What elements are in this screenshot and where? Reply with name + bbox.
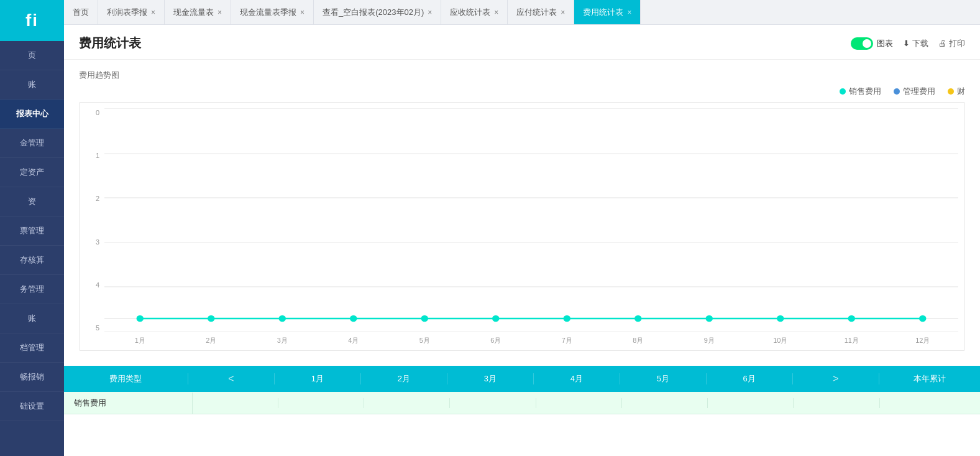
page-content: 费用统计表 图表 ⬇ 下载 🖨 打印 费用趋势图 bbox=[64, 25, 980, 456]
th-m6-label: 6月 bbox=[743, 373, 756, 384]
th-ytd-label: 本年累计 bbox=[914, 373, 946, 384]
close-ap-tab[interactable]: × bbox=[561, 8, 565, 17]
tab-expense[interactable]: 费用统计表 × bbox=[574, 0, 641, 24]
svg-point-9 bbox=[421, 315, 428, 322]
sidebar-item-capital[interactable]: 资 bbox=[0, 187, 64, 216]
legend-dot-finance bbox=[948, 88, 954, 95]
close-cashflow-tab[interactable]: × bbox=[218, 8, 222, 17]
th-m5: 5月 bbox=[620, 373, 707, 384]
close-expense-tab[interactable]: × bbox=[627, 8, 631, 17]
y-label-2: 2 bbox=[96, 195, 99, 202]
sidebar-item-invoice[interactable]: 票管理 bbox=[0, 216, 64, 246]
tab-profit[interactable]: 利润表季报 × bbox=[98, 0, 165, 24]
th-m2: 2月 bbox=[361, 373, 447, 384]
th-ytd: 本年累计 bbox=[879, 373, 980, 384]
td-m2 bbox=[364, 398, 450, 408]
page-header: 费用统计表 图表 ⬇ 下载 🖨 打印 bbox=[64, 25, 980, 60]
th-m4: 4月 bbox=[534, 373, 620, 384]
x-label-5: 5月 bbox=[389, 336, 460, 345]
close-cashflow-q-tab[interactable]: × bbox=[300, 8, 305, 17]
download-icon: ⬇ bbox=[903, 39, 910, 48]
x-label-4: 4月 bbox=[318, 336, 390, 345]
sidebar-item-finance[interactable]: 金管理 bbox=[0, 129, 64, 158]
close-ar-tab[interactable]: × bbox=[494, 8, 498, 17]
sidebar-item-settings[interactable]: 础设置 bbox=[0, 392, 64, 421]
th-type-label: 费用类型 bbox=[109, 373, 142, 384]
svg-point-6 bbox=[208, 315, 214, 322]
th-m1-label: 1月 bbox=[311, 373, 324, 384]
close-profit-tab[interactable]: × bbox=[151, 8, 155, 17]
svg-point-8 bbox=[350, 315, 357, 322]
y-axis: 5 4 3 2 1 0 bbox=[80, 109, 104, 332]
th-m6: 6月 bbox=[707, 373, 793, 384]
page-title: 费用统计表 bbox=[79, 35, 141, 52]
download-button[interactable]: ⬇ 下载 bbox=[903, 38, 928, 49]
svg-point-5 bbox=[137, 315, 144, 322]
table-header: 费用类型 < 1月 2月 3月 4月 5月 bbox=[64, 366, 980, 392]
tab-ar[interactable]: 应收统计表 × bbox=[441, 0, 508, 24]
chart-area: 1月 2月 3月 4月 5月 6月 7月 8月 9月 10月 11月 12月 bbox=[104, 109, 958, 332]
svg-point-12 bbox=[634, 315, 641, 322]
chart-wrapper: 5 4 3 2 1 0 bbox=[79, 102, 965, 351]
x-label-9: 9月 bbox=[674, 336, 745, 345]
prev-arrow[interactable]: < bbox=[228, 373, 234, 384]
th-m5-label: 5月 bbox=[657, 373, 669, 384]
svg-point-14 bbox=[777, 315, 784, 322]
x-label-7: 7月 bbox=[531, 336, 603, 345]
y-label-5: 5 bbox=[96, 324, 99, 332]
legend-dot-admin bbox=[894, 88, 900, 95]
svg-point-10 bbox=[492, 315, 499, 322]
legend-admin-label: 管理费用 bbox=[903, 86, 935, 97]
tab-cashflow[interactable]: 现金流量表 × bbox=[165, 0, 231, 24]
th-nav-prev[interactable]: < bbox=[188, 373, 275, 384]
th-nav-next[interactable]: > bbox=[793, 373, 879, 384]
legend-admin: 管理费用 bbox=[894, 86, 935, 97]
th-m3-label: 3月 bbox=[484, 373, 497, 384]
td-ytd bbox=[880, 398, 980, 408]
tab-blank[interactable]: 查看_空白报表(2023年02月) × bbox=[314, 0, 441, 24]
table-section: 费用类型 < 1月 2月 3月 4月 5月 bbox=[64, 366, 980, 414]
svg-point-16 bbox=[919, 315, 926, 322]
tab-cashflow-q[interactable]: 现金流量表季报 × bbox=[231, 0, 314, 24]
legend-dot-sales bbox=[840, 88, 846, 95]
toggle-label: 图表 bbox=[877, 38, 893, 49]
x-label-10: 10月 bbox=[745, 336, 817, 345]
legend-finance: 财 bbox=[948, 86, 965, 97]
th-m1: 1月 bbox=[275, 373, 361, 384]
table-row: 销售费用 bbox=[64, 392, 980, 414]
sidebar-item-assets[interactable]: 定资产 bbox=[0, 158, 64, 187]
x-axis-labels: 1月 2月 3月 4月 5月 6月 7月 8月 9月 10月 11月 12月 bbox=[104, 336, 958, 345]
close-blank-tab[interactable]: × bbox=[428, 8, 432, 17]
x-label-3: 3月 bbox=[247, 336, 318, 345]
sidebar-item-account[interactable]: 账 bbox=[0, 70, 64, 100]
legend-sales-label: 销售费用 bbox=[849, 86, 881, 97]
sidebar-item-business[interactable]: 务管理 bbox=[0, 275, 64, 304]
chart-section: 费用趋势图 销售费用 管理费用 财 bbox=[64, 60, 980, 361]
sidebar-item-ledger[interactable]: 账 bbox=[0, 304, 64, 333]
header-actions: 图表 ⬇ 下载 🖨 打印 bbox=[851, 37, 965, 50]
sidebar-item-home[interactable]: 页 bbox=[0, 41, 64, 70]
next-arrow[interactable]: > bbox=[833, 373, 838, 384]
sidebar-item-inventory[interactable]: 存核算 bbox=[0, 246, 64, 275]
td-type: 销售费用 bbox=[64, 393, 193, 414]
th-m3: 3月 bbox=[447, 373, 534, 384]
legend-sales: 销售费用 bbox=[840, 86, 881, 97]
th-m2-label: 2月 bbox=[398, 373, 410, 384]
sidebar-item-expense-report[interactable]: 畅报销 bbox=[0, 363, 64, 392]
print-button[interactable]: 🖨 打印 bbox=[938, 38, 965, 49]
svg-point-7 bbox=[279, 315, 286, 322]
tab-ap[interactable]: 应付统计表 × bbox=[508, 0, 574, 24]
td-m3 bbox=[450, 398, 536, 408]
sidebar-item-archive[interactable]: 档管理 bbox=[0, 333, 64, 363]
td-nav-spacer bbox=[193, 398, 278, 408]
tab-home[interactable]: 首页 bbox=[64, 0, 98, 24]
chart-toggle[interactable] bbox=[851, 37, 873, 50]
main-area: 首页 利润表季报 × 现金流量表 × 现金流量表季报 × 查看_空白报表(202… bbox=[64, 0, 980, 456]
sidebar-item-reports[interactable]: 报表中心 bbox=[0, 100, 64, 129]
th-type: 费用类型 bbox=[64, 373, 188, 384]
print-icon: 🖨 bbox=[938, 39, 946, 48]
td-nav-spacer2 bbox=[794, 398, 879, 408]
td-m5 bbox=[622, 398, 708, 408]
x-label-11: 11月 bbox=[816, 336, 887, 345]
chart-svg bbox=[104, 109, 958, 332]
